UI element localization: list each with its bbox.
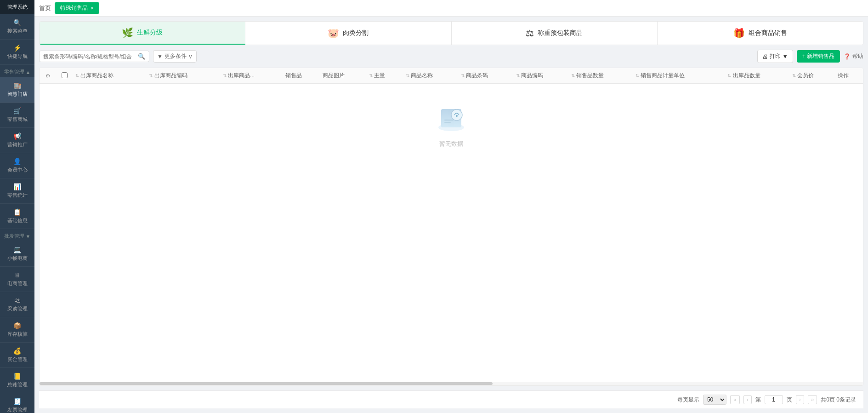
filter-icon: ▼ <box>157 53 163 60</box>
sidebar-item-label: 采购管理 <box>7 305 28 312</box>
sidebar-item-wholesale[interactable]: 批发管理 ▼ <box>0 229 34 241</box>
chevron-down-icon: ∨ <box>188 53 193 60</box>
table-wrapper[interactable]: ⚙ ⇅ 出库商品名称 ⇅ 出库商品编码 ⇅ 出库商品... 销售品 商品图片 ⇅… <box>40 68 863 382</box>
sidebar-item-invoice[interactable]: 🧾 发票管理 <box>0 393 34 413</box>
sidebar-item-label: 会员中心 <box>7 166 28 173</box>
add-sale-item-button[interactable]: + 新增销售品 <box>797 50 840 63</box>
stats-icon: 📊 <box>13 183 21 190</box>
sidebar-item-label: 零售商城 <box>7 116 28 123</box>
search-input[interactable] <box>43 53 135 60</box>
sidebar-item-label: 零售统计 <box>7 192 28 199</box>
invoice-icon: 🧾 <box>13 398 21 405</box>
filter-button[interactable]: ▼ 更多条件 ∨ <box>153 50 197 63</box>
sort-icon: ⇅ <box>461 73 465 78</box>
fresh-grade-icon: 🌿 <box>122 27 133 38</box>
th-checkbox[interactable] <box>56 68 73 84</box>
th-goods-name[interactable]: ⇅ 商品名称 <box>403 68 458 84</box>
sidebar-item-finance[interactable]: 💰 资金管理 <box>0 343 34 368</box>
help-label: 帮助 <box>852 52 863 60</box>
sidebar-item-label: 智慧门店 <box>7 91 28 98</box>
search-box: 🔍 <box>39 51 149 62</box>
sidebar-item-label: 零售管理 <box>4 69 24 75</box>
filter-label: 更多条件 <box>165 52 187 60</box>
chevron-down-icon: ▼ <box>783 53 788 60</box>
first-page-button[interactable]: « <box>730 395 740 404</box>
sidebar: 管理系统 🔍 搜索菜单 ⚡ 快捷导航 零售管理 ▲ 🏬 智慧门店 🛒 零售商城 … <box>0 0 34 413</box>
sidebar-item-label: 营销推广 <box>7 141 28 148</box>
page-size-select[interactable]: 20 50 100 <box>703 395 726 405</box>
active-tab[interactable]: 特殊销售品 × <box>55 2 99 14</box>
combo-sales-icon: 🎁 <box>733 28 745 39</box>
table-container: ⚙ ⇅ 出库商品名称 ⇅ 出库商品编码 ⇅ 出库商品... 销售品 商品图片 ⇅… <box>39 68 863 386</box>
empty-text: 暂无数据 <box>439 140 463 148</box>
tab-close-button[interactable]: × <box>91 5 94 11</box>
th-out-spec[interactable]: ⇅ 出库商品... <box>220 68 283 84</box>
sidebar-item-label: 资金管理 <box>7 356 28 363</box>
sidebar-item-quick-nav[interactable]: ⚡ 快捷导航 <box>0 40 34 65</box>
print-button[interactable]: 🖨 打印 ▼ <box>757 50 793 63</box>
th-out-qty[interactable]: ⇅ 出库品数量 <box>725 68 789 84</box>
active-tab-label: 特殊销售品 <box>60 4 88 12</box>
th-goods-code[interactable]: ⇅ 商品编码 <box>513 68 568 84</box>
help-button[interactable]: ❓ 帮助 <box>844 52 863 60</box>
cat-tab-fresh-grade[interactable]: 🌿 生鲜分级 <box>40 22 245 45</box>
breadcrumb-home[interactable]: 首页 <box>39 4 51 12</box>
sidebar-item-inventory[interactable]: 📦 库存核算 <box>0 317 34 343</box>
sidebar-item-general-ledger[interactable]: 📒 总账管理 <box>0 368 34 393</box>
sort-icon: ⇅ <box>792 73 796 78</box>
last-page-button[interactable]: » <box>808 395 817 404</box>
lightning-icon: ⚡ <box>13 44 21 52</box>
th-goods-img[interactable]: 商品图片 <box>320 68 366 84</box>
app-logo: 管理系统 <box>0 0 34 14</box>
sidebar-item-smart-store[interactable]: 🏬 智慧门店 <box>0 77 34 103</box>
sidebar-item-purchase[interactable]: 🛍 采购管理 <box>0 292 34 317</box>
sidebar-item-retail-stats[interactable]: 📊 零售统计 <box>0 178 34 204</box>
sidebar-item-basic-info1[interactable]: 📋 基础信息 <box>0 204 34 229</box>
ecom-icon: 💻 <box>13 246 21 253</box>
th-weight[interactable]: ⇅ 主量 <box>366 68 403 84</box>
th-gear[interactable]: ⚙ <box>40 68 56 84</box>
th-member-price[interactable]: ⇅ 会员价 <box>789 68 835 84</box>
cat-tab-label: 肉类分割 <box>343 29 369 37</box>
sidebar-item-ecom-mgmt[interactable]: 🖥 电商管理 <box>0 267 34 292</box>
cat-tab-meat-cut[interactable]: 🐷 肉类分割 <box>245 22 451 45</box>
th-actions: 操作 <box>835 68 863 84</box>
sort-icon: ⇅ <box>571 73 575 78</box>
data-table: ⚙ ⇅ 出库商品名称 ⇅ 出库商品编码 ⇅ 出库商品... 销售品 商品图片 ⇅… <box>40 68 863 84</box>
sidebar-item-label: 批发管理 <box>4 233 24 240</box>
ledger-icon: 📒 <box>13 373 21 380</box>
th-out-name[interactable]: ⇅ 出库商品名称 <box>73 68 146 84</box>
scrollbar-thumb <box>40 382 493 385</box>
cat-tab-weight-pkg[interactable]: ⚖ 称重预包装商品 <box>452 22 658 45</box>
sidebar-item-label: 小畅电商 <box>7 255 28 262</box>
sidebar-item-retail-mall[interactable]: 🛒 零售商城 <box>0 103 34 128</box>
next-page-button[interactable]: › <box>796 395 804 404</box>
select-all-checkbox[interactable] <box>62 72 68 78</box>
chevron-icon: ▲ <box>26 69 31 75</box>
sort-icon: ⇅ <box>149 73 153 78</box>
th-sale-goods[interactable]: 销售品 <box>283 68 320 84</box>
sidebar-item-mini-ecom[interactable]: 💻 小畅电商 <box>0 241 34 267</box>
th-barcode[interactable]: ⇅ 商品条码 <box>458 68 513 84</box>
sidebar-item-retail-mgmt[interactable]: 零售管理 ▲ <box>0 65 34 77</box>
page-label-prefix: 第 <box>755 396 761 404</box>
th-sale-qty[interactable]: ⇅ 销售品数量 <box>568 68 633 84</box>
sidebar-item-sales-promo[interactable]: 📢 营销推广 <box>0 128 34 153</box>
svg-point-4 <box>456 115 458 117</box>
svg-rect-6 <box>444 122 451 123</box>
sidebar-item-search-menu[interactable]: 🔍 搜索菜单 <box>0 14 34 40</box>
th-out-code[interactable]: ⇅ 出库商品编码 <box>146 68 220 84</box>
print-label: 打印 <box>770 52 781 60</box>
page-number-input[interactable] <box>765 395 783 404</box>
sort-icon: ⇅ <box>223 73 227 78</box>
sidebar-item-members[interactable]: 👤 会员中心 <box>0 153 34 178</box>
horizontal-scrollbar[interactable] <box>40 382 863 385</box>
weight-pkg-icon: ⚖ <box>526 28 534 39</box>
page-label-suffix: 页 <box>787 396 792 404</box>
prev-page-button[interactable]: ‹ <box>743 395 752 404</box>
th-sale-unit[interactable]: ⇅ 销售商品计量单位 <box>633 68 725 84</box>
sidebar-item-label: 搜索菜单 <box>7 28 28 34</box>
cat-tab-label: 生鲜分级 <box>137 29 163 37</box>
purchase-icon: 🛍 <box>14 297 21 304</box>
cat-tab-combo-sales[interactable]: 🎁 组合商品销售 <box>658 22 863 45</box>
